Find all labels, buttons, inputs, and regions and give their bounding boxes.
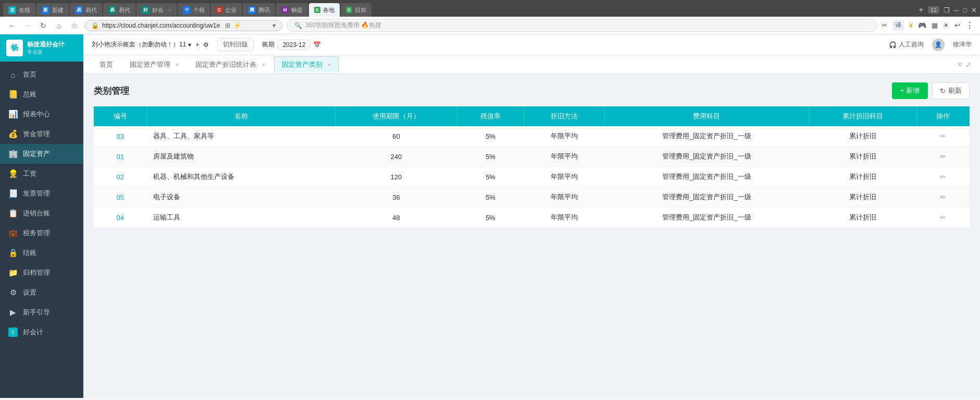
win-minimize-btn[interactable]: ─ [954,6,959,14]
user-avatar: 👤 [932,39,945,51]
tab5-label: 好会 [152,6,164,14]
tab-depreciation-close[interactable]: × [262,62,265,68]
row3-period: 120 [336,167,457,187]
game-icon[interactable]: 🎮 [918,21,926,29]
address-bar: ← → ↻ ⌂ ☆ 🔒 https://cloud.chanjet.com/ac… [0,17,980,34]
sidebar-item-funds[interactable]: 💰 资金管理 [0,124,83,144]
browser-tab-8[interactable]: 腾 腾讯 [243,3,275,17]
tab5-favicon: 好 [142,6,150,14]
sidebar-label-guide: 新手引导 [23,308,50,317]
add-button[interactable]: + 新增 [892,82,928,99]
tab-category-close[interactable]: × [328,62,331,68]
grid-icon[interactable]: ▦ [932,21,938,29]
col-period: 使用期限（月） [336,106,457,126]
url-dropdown-icon[interactable]: ▾ [272,22,276,29]
tab-fixed-mgr-label: 固定资产管理 [130,60,170,69]
sidebar-label-reports: 报表中心 [23,110,50,119]
tab10-label: 各地 [323,6,334,14]
tab-category[interactable]: 固定资产类别 × [274,56,339,72]
page-content-wrapper: 类别管理 + 新增 ↻ 刷新 编号 名称 使用期限（月） 残值率 [83,74,980,398]
sidebar-item-payroll[interactable]: 👷 工资 [0,164,83,184]
win-close-btn[interactable]: ✕ [971,6,977,14]
more-icon[interactable]: ⋮ [965,20,974,30]
sidebar-label-archive: 归档管理 [23,268,50,277]
sidebar-label-sales: 进销台账 [23,209,50,218]
browser-tab-10[interactable]: S 各地 [309,3,340,17]
sidebar-item-sales[interactable]: 📋 进销台账 [0,203,83,223]
scissors-icon[interactable]: ✂ [882,21,887,29]
browser-tabs-row: 在 在线 新 新建 易 易代 易 易代 好 好会 × 个 个税 C 企业 腾 腾… [0,0,980,17]
win-maximize-btn[interactable]: □ [963,6,967,14]
sidebar-item-tax[interactable]: 💼 税务管理 [0,223,83,243]
back-button[interactable]: ← [6,20,18,31]
row4-edit-btn[interactable]: ✏ [940,193,946,201]
browser-tab-9[interactable]: M 畅提 [276,3,308,17]
sidebar-item-home[interactable]: ⌂ 首页 [0,65,83,84]
expand-panel-btn[interactable]: ⤢ [965,60,972,69]
refresh-label: 刷新 [948,86,962,95]
calendar-icon[interactable]: 📅 [313,41,321,49]
sidebar-item-reports[interactable]: 📊 报表中心 [0,104,83,124]
browser-tab-2[interactable]: 新 新建 [36,3,69,17]
row3-edit-btn[interactable]: ✏ [940,173,946,181]
undo-icon[interactable]: ↩ [954,21,960,29]
row5-period: 48 [336,208,457,228]
tab9-favicon: M [281,7,289,13]
tab-fixed-mgr[interactable]: 固定资产管理 × [122,56,187,72]
sidebar-item-more[interactable]: Y 好会计 [0,322,83,342]
user-dropdown-icon[interactable]: ▾ [188,41,191,49]
browser-tab-6[interactable]: 个 个税 [178,3,210,17]
home-button[interactable]: ⌂ [53,20,65,31]
bookmark-button[interactable]: ☆ [69,20,80,31]
header-bar: 刘小艳演示账套（勿删勿动！）11 ▾ + ⚙ 切到旧版 账期 2023-12 📅… [83,34,980,55]
tab5-close[interactable]: × [168,7,171,13]
row3-code: 02 [94,167,147,187]
browser-tab-1[interactable]: 在 在线 [3,3,35,17]
sidebar-item-invoice[interactable]: 🧾 发票管理 [0,184,83,203]
browser-tab-4[interactable]: 易 易代 [103,3,135,17]
sidebar-item-guide[interactable]: ▶ 新手引导 [0,302,83,322]
address-input[interactable]: 🔒 https://cloud.chanjet.com/accounting/u… [84,20,282,31]
browser-tab-7[interactable]: C 企业 [211,3,242,17]
reload-button[interactable]: ↻ [38,20,49,31]
switch-to-old-btn[interactable]: 切到旧版 [217,38,254,51]
browser-tab-3[interactable]: 易 易代 [70,3,102,17]
more-nav-icon: Y [8,328,18,337]
tab-bar-actions: × ⤢ [958,60,972,69]
page-title-row: 类别管理 + 新增 ↻ 刷新 [94,82,970,99]
tax-icon: 💼 [8,228,18,238]
wallet-icon[interactable]: ¥ [909,21,913,29]
tab-home[interactable]: 首页 [92,56,121,72]
browser-tab-11[interactable]: S 目前 [341,3,371,17]
row2-edit-btn[interactable]: ✏ [940,152,946,161]
search-input[interactable]: 🔍 360智能抠图免费用 🔥热搜 [287,19,877,32]
close-panel-btn[interactable]: × [958,60,962,69]
sidebar-item-archive[interactable]: 📁 归档管理 [0,263,83,283]
forward-button[interactable]: → [22,20,33,31]
sidebar-item-fixed-assets[interactable]: 🏢 固定资产 [0,144,83,164]
row4-op: ✏ [916,187,970,208]
translate-icon[interactable]: 译 [892,20,904,31]
row1-edit-btn[interactable]: ✏ [940,132,946,140]
settings-gear-icon[interactable]: ⚙ [203,41,209,49]
tab-depreciation[interactable]: 固定资产折旧统计表 × [188,56,272,72]
win-restore-btn[interactable]: ❐ [944,6,950,14]
refresh-button[interactable]: ↻ 刷新 [932,82,970,99]
row5-edit-btn[interactable]: ✏ [940,213,946,222]
sidebar-item-ledger[interactable]: 📒 总账 [0,84,83,104]
company-name: 刘小艳演示账套（勿删勿动！）11 [92,40,186,49]
consult-btn[interactable]: 🎧 人工咨询 [889,40,924,49]
row4-name: 电子设备 [147,187,336,208]
sidebar-item-closing[interactable]: 🔒 结账 [0,243,83,263]
sidebar-label-tax: 税务管理 [23,228,50,238]
add-company-icon[interactable]: + [195,41,199,49]
browser-tab-5[interactable]: 好 好会 × [137,3,177,17]
sunscreen-icon[interactable]: ☀ [943,21,949,29]
table-row: 04 运输工具 48 5% 年限平均 管理费用_固定资产折旧_一级 累计折旧 ✏ [94,208,970,228]
guide-icon: ▶ [8,308,18,317]
tab-fixed-mgr-close[interactable]: × [176,62,179,68]
row5-accum: 累计折旧 [809,208,916,228]
new-tab-btn[interactable]: + [919,5,923,15]
sidebar-item-settings[interactable]: ⚙ 设置 [0,283,83,302]
sidebar-label-closing: 结账 [23,248,36,258]
